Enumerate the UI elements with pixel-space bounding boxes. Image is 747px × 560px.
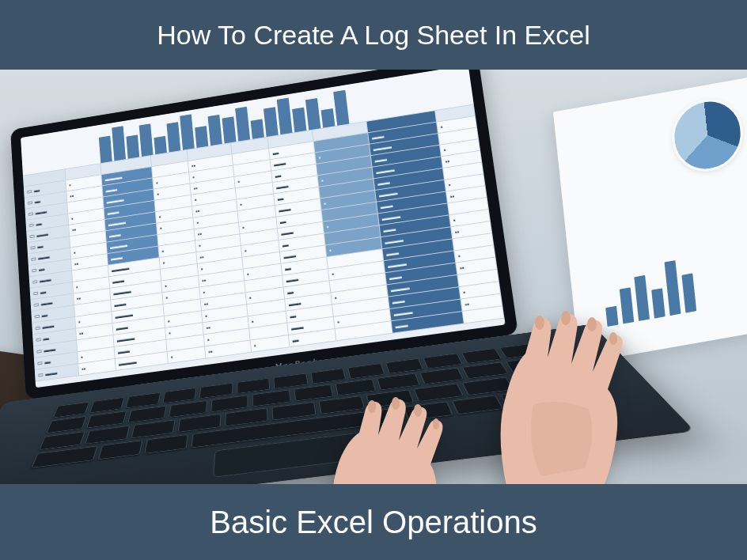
svg-point-1 (561, 311, 571, 325)
top-banner: How To Create A Log Sheet In Excel (0, 0, 747, 70)
bottom-banner: Basic Excel Operations (0, 484, 747, 560)
subtitle-text: Basic Excel Operations (210, 505, 537, 540)
svg-point-6 (414, 404, 422, 417)
svg-point-4 (368, 400, 376, 413)
svg-point-3 (609, 332, 617, 345)
svg-point-0 (535, 316, 544, 330)
left-hand (304, 373, 478, 484)
title-text: How To Create A Log Sheet In Excel (157, 20, 590, 51)
svg-point-2 (587, 317, 597, 331)
svg-point-5 (392, 397, 400, 410)
illustration-scene: ▭ ▬▪▬▬▬▪▪▬▬▬▪ ▭ ▬▪▪▬▬▪▪▬▬▪▬▬▬ ▭ ▬▬▬▬▬▪▪▪… (0, 70, 747, 484)
laptop-screen: ▭ ▬▪▬▬▬▪▪▬▬▬▪ ▭ ▬▪▪▬▬▪▪▬▬▪▬▬▬ ▭ ▬▬▬▬▬▪▪▪… (21, 70, 506, 388)
svg-point-7 (433, 418, 439, 429)
pie-chart-icon (669, 93, 746, 176)
